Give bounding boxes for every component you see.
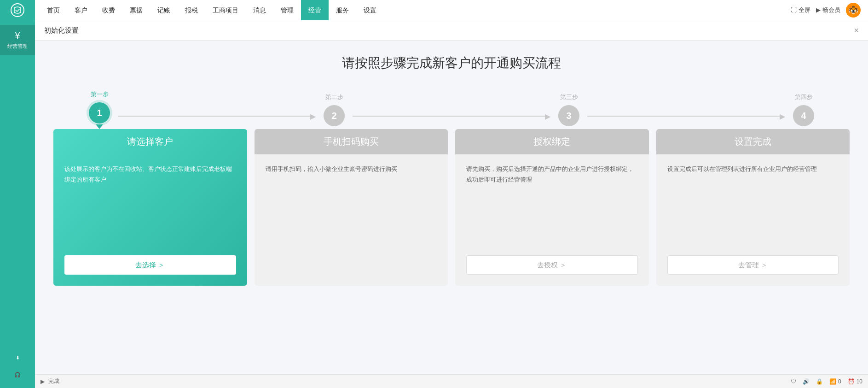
step-1-circle: 1	[89, 102, 110, 123]
fullscreen-icon: ⛶	[791, 6, 797, 13]
shield-status: 🛡	[791, 378, 796, 385]
card-2: 手机扫码购买 请用手机扫码，输入小微企业主账号密码进行购买	[255, 129, 448, 286]
nav-item-settings[interactable]: 设置	[356, 0, 384, 20]
step-1-label: 第一步	[91, 90, 109, 99]
time-icon: ⏰	[848, 378, 855, 385]
nav-item-message[interactable]: 消息	[246, 0, 273, 20]
card-1: 请选择客户 该处展示的客户为不在回收站、客户状态正常建账后完成老板端绑定的所有客…	[53, 129, 247, 286]
card-3: 授权绑定 请先购买，购买后选择开通的产品中的企业用户进行授权绑定，成功后即可进行…	[455, 129, 649, 286]
card-2-desc: 请用手机扫码，输入小微企业主账号密码进行购买	[266, 164, 437, 275]
nav-item-tax[interactable]: 报税	[178, 0, 205, 20]
status-label: 完成	[48, 377, 59, 385]
time-status: ⏰ 10	[848, 378, 862, 385]
nav-item-home[interactable]: 首页	[40, 0, 67, 20]
nav-item-manage[interactable]: 管理	[273, 0, 301, 20]
nav-item-invoice[interactable]: 票据	[122, 0, 150, 20]
sidebar-item-label: 经营管理	[7, 43, 28, 50]
member-label: 畅会员	[822, 6, 840, 14]
step-3-node: 第三步 3	[550, 93, 587, 126]
sidebar-item-operation[interactable]: ¥ 经营管理	[0, 25, 35, 55]
play-status-icon: ▶	[41, 378, 45, 385]
card-3-desc: 请先购买，购买后选择开通的产品中的企业用户进行授权绑定，成功后即可进行经营管理	[466, 164, 638, 246]
step-4-node: 第四步 4	[785, 93, 822, 126]
wifi-icon: 📶	[829, 378, 836, 385]
step-1-node: 第一步 1	[81, 90, 118, 129]
play-icon: ▶	[816, 6, 821, 13]
sidebar-headset-item[interactable]: 🎧	[0, 366, 35, 383]
arrow-line-1	[118, 116, 312, 117]
logo	[0, 0, 35, 20]
step-arrow-2: ▶	[353, 99, 550, 121]
yen-icon: ¥	[15, 30, 20, 41]
user-avatar[interactable]: 🐯	[846, 3, 861, 18]
close-button[interactable]: ×	[854, 20, 859, 41]
step-2-circle: 2	[324, 105, 345, 126]
step-1-pointer	[96, 124, 103, 129]
top-nav: 首页 客户 收费 票据 记账 报税 工商项目 消息 管理 经营 服务 设置 ⛶ …	[0, 0, 868, 20]
nav-item-operation[interactable]: 经营	[301, 0, 329, 20]
layout: ¥ 经营管理 ⬇ 🎧 初始化设置 × 请按照步骤完成新客户的开通购买流程	[0, 20, 868, 388]
fullscreen-label: 全屏	[799, 6, 810, 14]
nav-item-fee[interactable]: 收费	[95, 0, 122, 20]
member-button[interactable]: ▶ 畅会员	[816, 6, 840, 14]
wifi-status: 📶 0	[829, 378, 841, 385]
card-2-title: 手机扫码购买	[255, 129, 448, 154]
lock-status: 🔒	[816, 378, 823, 385]
arrow-line-3	[587, 116, 781, 117]
nav-item-service[interactable]: 服务	[329, 0, 356, 20]
shield-icon: 🛡	[791, 378, 796, 385]
card-3-button[interactable]: 去授权 ＞	[466, 255, 638, 275]
wifi-label: 0	[838, 378, 841, 385]
sidebar: ¥ 经营管理 ⬇ 🎧	[0, 20, 35, 388]
nav-item-accounting[interactable]: 记账	[150, 0, 178, 20]
cards-row: 请选择客户 该处展示的客户为不在回收站、客户状态正常建账后完成老板端绑定的所有客…	[53, 129, 850, 286]
step-4-label: 第四步	[795, 93, 813, 101]
step-3-circle: 3	[558, 105, 579, 126]
main-heading: 请按照步骤完成新客户的开通购买流程	[53, 54, 850, 72]
page-body: 请按照步骤完成新客户的开通购买流程 第一步 1 ▶ 第二步 2	[35, 41, 868, 374]
download-icon: ⬇	[16, 355, 20, 361]
card-3-title: 授权绑定	[455, 129, 649, 154]
step-2-node: 第二步 2	[316, 93, 353, 126]
main-content: 初始化设置 × 请按照步骤完成新客户的开通购买流程 第一步 1 ▶	[35, 20, 868, 388]
sidebar-bottom: ⬇ 🎧	[0, 349, 35, 388]
step-4-circle: 4	[793, 105, 814, 126]
nav-right: ⛶ 全屏 ▶ 畅会员 🐯	[791, 3, 861, 18]
headset-icon: 🎧	[14, 372, 21, 378]
volume-status: 🔊	[803, 378, 810, 385]
step-arrow-1: ▶	[118, 99, 316, 121]
arrow-line-2	[353, 116, 547, 117]
card-1-title: 请选择客户	[53, 129, 247, 154]
card-1-desc: 该处展示的客户为不在回收站、客户状态正常建账后完成老板端绑定的所有客户	[64, 164, 236, 246]
arrow-head-3: ▶	[780, 112, 785, 121]
fullscreen-button[interactable]: ⛶ 全屏	[791, 6, 810, 14]
card-1-button[interactable]: 去选择 ＞	[64, 255, 236, 275]
steps-row: 第一步 1 ▶ 第二步 2 ▶	[53, 90, 850, 129]
step-arrow-3: ▶	[587, 99, 785, 121]
bottom-bar-right: 🛡 🔊 🔒 📶 0 ⏰ 10	[791, 378, 862, 385]
arrow-head-1: ▶	[310, 112, 316, 121]
volume-icon: 🔊	[803, 378, 810, 385]
nav-item-client[interactable]: 客户	[67, 0, 95, 20]
card-4-desc: 设置完成后可以在管理列表进行所有企业用户的经营管理	[667, 164, 839, 246]
step-2-label: 第二步	[325, 93, 343, 101]
sidebar-download-item[interactable]: ⬇	[0, 349, 35, 366]
nav-item-business[interactable]: 工商项目	[205, 0, 246, 20]
page-header: 初始化设置 ×	[35, 20, 868, 41]
lock-icon: 🔒	[816, 378, 823, 385]
page-title: 初始化设置	[44, 20, 79, 41]
arrow-head-2: ▶	[545, 112, 550, 121]
card-4-title: 设置完成	[656, 129, 850, 154]
step-3-label: 第三步	[560, 93, 578, 101]
card-4: 设置完成 设置完成后可以在管理列表进行所有企业用户的经营管理 去管理 ＞	[656, 129, 850, 286]
card-4-button[interactable]: 去管理 ＞	[667, 255, 839, 275]
nav-items: 首页 客户 收费 票据 记账 报税 工商项目 消息 管理 经营 服务 设置	[40, 0, 791, 20]
time-label: 10	[856, 378, 862, 385]
logo-icon	[11, 3, 24, 17]
bottom-bar: ▶ 完成 🛡 🔊 🔒 📶 0 ⏰ 10	[35, 374, 868, 388]
